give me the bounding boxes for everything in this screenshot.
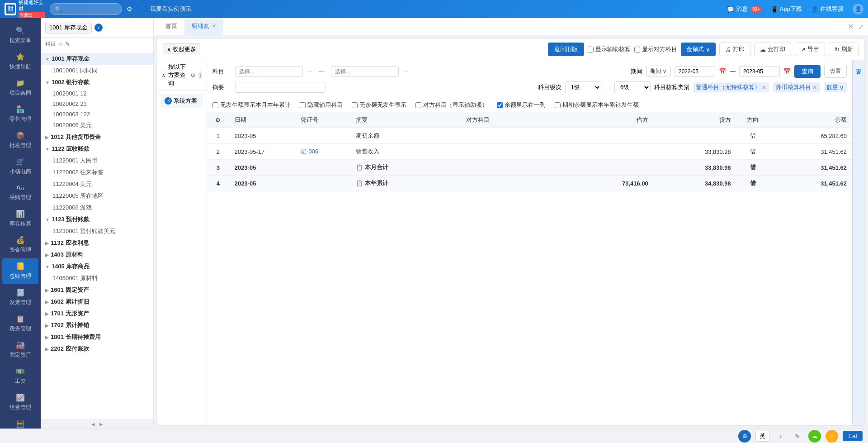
sidebar-item-funds[interactable]: 💰 资金管理	[2, 232, 38, 257]
sidebar-item-ledger[interactable]: 📒 总账管理	[2, 258, 38, 284]
bottom-right-arrow[interactable]: ›	[774, 430, 787, 443]
tab-detail-ledger[interactable]: 明细账 ✕	[184, 19, 223, 35]
header-search-box[interactable]: 🔍	[50, 3, 122, 15]
breadcrumb-btn[interactable]: 1001 库存现金	[45, 22, 92, 33]
tag-normal-remove[interactable]: ✕	[762, 84, 767, 91]
period-start-input[interactable]	[675, 66, 715, 77]
tree-item-10010001[interactable]: 10010001 同同同	[41, 65, 153, 76]
return-old-btn[interactable]: 返回旧版	[548, 43, 584, 56]
sidebar-item-ecommerce[interactable]: 🛒 小畅电商	[2, 154, 38, 179]
tag-quantity[interactable]: 数量 ∨	[824, 82, 847, 92]
bottom-cloud-btn[interactable]: ☁	[808, 430, 821, 443]
sidebar-item-invoice[interactable]: 🧾 发票管理	[2, 285, 38, 310]
sidebar-item-operations[interactable]: 📈 经营管理	[2, 390, 38, 415]
tab-home[interactable]: 首页	[158, 19, 184, 35]
tree-toggle-1001[interactable]: ▼	[45, 57, 50, 62]
tree-item-1702[interactable]: ▶ 1702 累计摊销	[41, 319, 153, 331]
period-end-input[interactable]	[739, 66, 780, 77]
subject-filter-input-2[interactable]	[331, 66, 399, 77]
tree-item-1132[interactable]: ▶ 1132 应收利息	[41, 237, 153, 249]
expand-more-btn[interactable]: ∧ 收起更多	[163, 43, 200, 55]
tree-item-11220001[interactable]: 11220001 人民币	[41, 155, 153, 167]
tree-item-1123[interactable]: ▼ 1123 预付账款	[41, 214, 153, 225]
list-view-icon[interactable]: ≡	[59, 41, 62, 48]
print-btn[interactable]: 🖨 打印	[719, 43, 750, 56]
opposite-show-check[interactable]: 对方科目（显示辅助项）	[415, 101, 488, 109]
message-btn[interactable]: 💬 消息 99+	[727, 5, 762, 13]
tree-item-10020001[interactable]: 10020001 12	[41, 88, 153, 99]
collapse-filter-btn[interactable]: ∧	[162, 71, 165, 79]
query-btn[interactable]: 查询	[794, 65, 821, 78]
tab-expand-btn[interactable]: ⤢	[858, 23, 863, 30]
balance-one-row-checkbox[interactable]	[497, 102, 503, 108]
no-balance-checkbox[interactable]	[352, 102, 358, 108]
tree-toggle-1405[interactable]: ▼	[45, 264, 50, 269]
header-search-input[interactable]	[64, 6, 118, 12]
voucher-link-006[interactable]: 记-006	[301, 148, 318, 155]
tree-item-1601[interactable]: ▶ 1601 固定资产	[41, 284, 153, 296]
sidebar-item-purchase[interactable]: 🛍 采购管理	[2, 180, 38, 205]
period-calendar-icon-2[interactable]: 📅	[783, 68, 791, 75]
tree-item-1403[interactable]: ▶ 1403 原材料	[41, 249, 153, 261]
tree-toggle-1122[interactable]: ▼	[45, 147, 50, 152]
tree-item-11220002[interactable]: 11220002 往来标签	[41, 167, 153, 178]
tree-item-10020006[interactable]: 10020006 美元	[41, 119, 153, 131]
subject-filter-input[interactable]	[235, 66, 303, 77]
gear-btn[interactable]: ⚙	[127, 5, 132, 13]
tag-quantity-chevron[interactable]: ∨	[840, 84, 844, 91]
show-opposite-check[interactable]: 显示对方科目	[634, 45, 677, 53]
tree-item-1701[interactable]: ▶ 1701 无形资产	[41, 308, 153, 319]
bottom-lang-btn[interactable]: 英	[755, 431, 769, 442]
system-scheme-item[interactable]: ↺ 系统方案	[161, 94, 203, 108]
tree-toggle-1132[interactable]: ▶	[45, 241, 49, 246]
tree-item-1122[interactable]: ▼ 1122 应收账款	[41, 143, 153, 155]
cloud-print-btn[interactable]: ☁ 云打印	[754, 43, 791, 56]
no-activity-checkbox[interactable]	[212, 102, 218, 108]
tree-item-11220004[interactable]: 11220004 美元	[41, 178, 153, 190]
sidebar-item-search[interactable]: 🔍 搜索菜单	[2, 23, 38, 48]
sidebar-item-tax[interactable]: 📋 税务管理	[2, 311, 38, 336]
filter-collapse-right-btn[interactable]: ‹	[198, 71, 202, 79]
export-btn[interactable]: ↗ 导出	[795, 43, 825, 56]
tag-foreign-remove[interactable]: ✕	[812, 84, 817, 91]
app-download-btn[interactable]: 📱 App下载	[771, 5, 802, 13]
online-service-btn[interactable]: 👤 在线客服	[811, 5, 844, 13]
tree-item-10020003[interactable]: 10020003 122	[41, 109, 153, 119]
tab-close-btn[interactable]: ✕	[212, 23, 216, 29]
tree-item-14050001[interactable]: 14050001 原材料	[41, 272, 153, 284]
period-show-check[interactable]: 期初余额显示本年累计发生额	[555, 101, 639, 109]
period-show-checkbox[interactable]	[555, 102, 561, 108]
level-from-select[interactable]: 1级	[565, 81, 601, 93]
col-header-voucher[interactable]: 凭证号	[295, 112, 350, 128]
sidebar-item-retail[interactable]: 🏪 零售管理	[2, 101, 38, 127]
bottom-translate-btn[interactable]: ⊕	[738, 430, 751, 443]
sidebar-item-salary[interactable]: 💵 工资	[2, 363, 38, 389]
tree-toggle-1702[interactable]: ▶	[45, 323, 49, 328]
show-opposite-checkbox[interactable]	[634, 47, 640, 52]
tree-item-11220005[interactable]: 11220005 所在地区	[41, 190, 153, 202]
tree-item-10020002[interactable]: 10020002 23	[41, 99, 153, 109]
tree-toggle-1801[interactable]: ▶	[45, 335, 49, 340]
amount-format-btn[interactable]: 金额式 ∨	[681, 43, 716, 56]
tree-item-11230001[interactable]: 11230001 预付账款美元	[41, 225, 153, 237]
demo-button[interactable]: 🔵 我要看实例演示	[142, 5, 191, 13]
col-header-summary[interactable]: 摘要	[350, 112, 461, 128]
sidebar-item-assets[interactable]: 🏭 固定资产	[2, 337, 38, 362]
sidebar-item-inventory[interactable]: 📊 库存核算	[2, 206, 38, 231]
show-aux-checkbox[interactable]	[588, 47, 594, 52]
tree-toggle-1123[interactable]: ▼	[45, 217, 50, 222]
show-aux-check[interactable]: 显示辅助核算	[588, 45, 631, 53]
tree-toggle-1403[interactable]: ▶	[45, 252, 49, 257]
period-calendar-icon[interactable]: 📅	[719, 68, 726, 75]
sidebar-item-expense[interactable]: 🧮 小畅报销	[2, 416, 38, 429]
tree-item-1801[interactable]: ▶ 1801 长期待摊费用	[41, 331, 153, 343]
hide-aux-check[interactable]: 隐藏辅用科目	[300, 101, 343, 109]
nav-next-arrow[interactable]: ›	[94, 24, 103, 32]
col-header-credit[interactable]: 贷方	[654, 112, 736, 128]
tree-item-1001[interactable]: ▼ 1001 库存现金	[41, 53, 153, 65]
period-mode-selector[interactable]: 期间 ∨	[646, 66, 671, 77]
bottom-edit-icon[interactable]: ✎	[791, 430, 804, 443]
edit-icon[interactable]: ✎	[65, 41, 70, 48]
tree-toggle-1012[interactable]: ▶	[45, 135, 49, 140]
col-header-debit[interactable]: 借方	[571, 112, 654, 128]
